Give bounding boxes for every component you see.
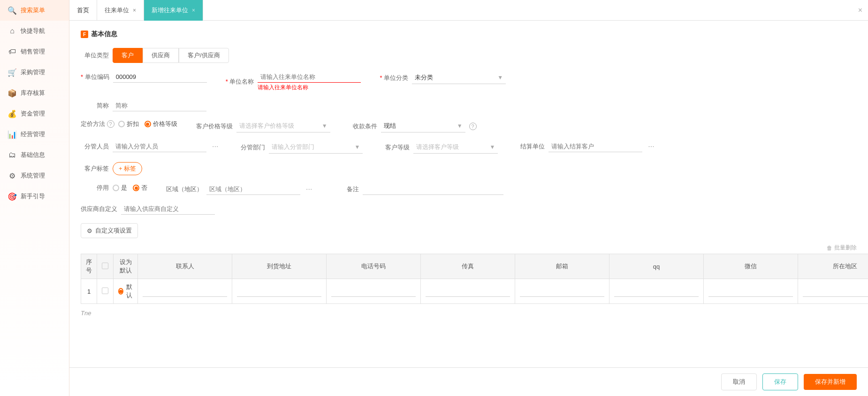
row-default: 默认 xyxy=(114,279,138,304)
short-name-row: 简称 xyxy=(81,100,857,111)
unit-category-select[interactable]: 未分类 ▼ xyxy=(412,71,506,84)
sidebar-item-basic-info[interactable]: 🗂 基础信息 xyxy=(0,145,69,165)
settle-unit-group: 结算单位 ··· xyxy=(517,141,654,152)
payment-terms-group: 收款条件 现结 ▼ ? xyxy=(349,120,477,132)
pricing-help-icon[interactable]: ? xyxy=(107,120,114,128)
row-1-area-input[interactable] xyxy=(803,286,868,297)
unit-type-supplier[interactable]: 供应商 xyxy=(143,48,179,63)
sidebar-item-sales[interactable]: 🏷 销售管理 xyxy=(0,41,69,62)
unit-name-input[interactable] xyxy=(258,71,361,83)
disabled-yes-radio[interactable]: 是 xyxy=(113,184,127,192)
dept-dropdown-arrow: ▼ xyxy=(354,144,360,150)
tab-partners-close[interactable]: × xyxy=(133,7,136,14)
unit-type-buttons: 客户 供应商 客户/供应商 xyxy=(113,48,229,63)
sidebar-item-finance[interactable]: 💰 资金管理 xyxy=(0,103,69,124)
th-contact: 联系人 xyxy=(138,254,232,279)
row-1-fax-input[interactable] xyxy=(426,286,510,297)
tab-new-partner[interactable]: 新增往来单位 × xyxy=(144,0,203,21)
dept-label: 分管部门 xyxy=(237,143,265,152)
unit-code-input[interactable] xyxy=(113,71,207,83)
settle-unit-label: 结算单位 xyxy=(517,142,545,151)
unit-type-row: 单位类型 客户 供应商 客户/供应商 xyxy=(81,48,857,63)
row-1-email-input[interactable] xyxy=(520,286,604,297)
sidebar-item-system[interactable]: ⚙ 系统管理 xyxy=(0,165,69,186)
finance-icon: 💰 xyxy=(8,109,17,118)
th-email: 邮箱 xyxy=(515,254,609,279)
row-1-wechat-input[interactable] xyxy=(708,286,793,297)
sidebar-item-ops[interactable]: 📊 经营管理 xyxy=(0,124,69,145)
header-checkbox[interactable] xyxy=(102,263,108,269)
remark-input[interactable] xyxy=(363,184,503,195)
contact-table: 序号 设为默认 联系人 到货地址 电话号码 传真 邮箱 qq 微信 所在地区 xyxy=(81,254,868,304)
manager-group: 分管人员 ··· xyxy=(81,141,218,152)
customer-grade-label: 客户等级 xyxy=(381,143,410,152)
sidebar-item-search[interactable]: 🔍 搜索菜单 xyxy=(0,0,69,21)
payment-help-icon[interactable]: ? xyxy=(469,123,477,130)
row-1-checkbox[interactable] xyxy=(102,287,108,294)
customer-tag-group: 客户标签 + 标签 xyxy=(81,162,142,175)
save-new-button[interactable]: 保存并新增 xyxy=(804,374,857,390)
manager-input[interactable] xyxy=(113,141,206,152)
tne-label: Tne xyxy=(81,310,91,317)
unit-type-group: 单位类型 客户 供应商 客户/供应商 xyxy=(81,48,229,63)
supplier-custom-label: 供应商自定义 xyxy=(81,205,117,213)
section-title: F 基本信息 xyxy=(81,30,857,39)
tab-partners[interactable]: 往来单位 × xyxy=(97,0,144,21)
row-1-qq-input[interactable] xyxy=(614,286,699,297)
customer-tag-row: 客户标签 + 标签 xyxy=(81,162,857,175)
settle-unit-more-btn[interactable]: ··· xyxy=(648,142,654,151)
settle-unit-input[interactable] xyxy=(548,141,642,152)
unit-type-both[interactable]: 客户/供应商 xyxy=(179,48,229,63)
manager-label: 分管人员 xyxy=(81,142,109,151)
custom-settings-button[interactable]: ⚙ 自定义项设置 xyxy=(81,223,138,238)
payment-terms-select[interactable]: 现结 ▼ xyxy=(381,120,465,132)
form-content: F 基本信息 单位类型 客户 供应商 客户/供应商 * 单位 xyxy=(69,21,868,367)
th-fax: 传真 xyxy=(421,254,515,279)
gear-icon: ⚙ xyxy=(87,227,92,234)
pricing-discount-radio[interactable]: 折扣 xyxy=(118,120,139,128)
customer-grade-group: 客户等级 请选择客户等级 ▼ xyxy=(381,141,498,154)
supplier-custom-input[interactable] xyxy=(121,203,215,215)
manager-more-btn[interactable]: ··· xyxy=(212,142,218,151)
remark-label: 备注 xyxy=(331,185,359,194)
payment-terms-label: 收款条件 xyxy=(349,122,377,131)
row-qq xyxy=(609,279,704,304)
pricing-grade-radio[interactable]: 价格等级 xyxy=(145,120,177,128)
tab-home[interactable]: 首页 xyxy=(69,0,97,21)
row-wechat xyxy=(704,279,798,304)
tab-new-partner-close[interactable]: × xyxy=(192,7,195,14)
cancel-button[interactable]: 取消 xyxy=(721,373,757,390)
unit-name-group: * 单位名称 请输入往来单位名称 xyxy=(226,71,361,92)
region-input[interactable] xyxy=(206,184,300,195)
row-1-contact-input[interactable] xyxy=(143,286,227,297)
sidebar-item-guide[interactable]: 🎯 新手引导 xyxy=(0,186,69,207)
sidebar: 🔍 搜索菜单 ⌂ 快捷导航 🏷 销售管理 🛒 采购管理 📦 库存核算 💰 资金管… xyxy=(0,0,69,396)
disabled-no-radio[interactable]: 否 xyxy=(133,184,147,192)
region-more-btn[interactable]: ··· xyxy=(306,185,312,194)
save-button[interactable]: 保存 xyxy=(762,373,798,390)
row-1-phone-input[interactable] xyxy=(331,286,416,297)
customer-price-dropdown-arrow: ▼ xyxy=(322,123,327,129)
customer-grade-select[interactable]: 请选择客户等级 ▼ xyxy=(413,141,498,154)
pricing-method-group: 定价方法 ? 折扣 价格等级 xyxy=(81,120,177,128)
add-tag-button[interactable]: + 标签 xyxy=(113,162,142,175)
home-icon: ⌂ xyxy=(8,26,17,36)
purchase-icon: 🛒 xyxy=(8,68,17,77)
bulk-delete-icon: 🗑 xyxy=(827,245,832,251)
sidebar-item-inventory[interactable]: 📦 库存核算 xyxy=(0,83,69,103)
system-icon: ⚙ xyxy=(8,171,17,180)
unit-name-input-group: 请输入往来单位名称 xyxy=(258,71,361,92)
disabled-group: 停用 是 否 xyxy=(81,184,147,192)
unit-type-customer[interactable]: 客户 xyxy=(113,48,143,63)
sidebar-item-purchase[interactable]: 🛒 采购管理 xyxy=(0,62,69,83)
close-all-tabs[interactable]: × xyxy=(858,6,862,15)
row-1-address-input[interactable] xyxy=(237,286,321,297)
short-name-input[interactable] xyxy=(113,100,206,111)
dept-select[interactable]: 请输入分管部门 ▼ xyxy=(269,141,363,154)
sidebar-item-quick-nav[interactable]: ⌂ 快捷导航 xyxy=(0,21,69,41)
customer-grade-dropdown-arrow: ▼ xyxy=(489,144,495,150)
ops-icon: 📊 xyxy=(8,130,17,139)
unit-info-row: * 单位编码 * 单位名称 请输入往来单位名称 * 单位分类 xyxy=(81,71,857,92)
customer-price-select[interactable]: 请选择客户价格等级 ▼ xyxy=(236,120,330,132)
bulk-delete-button[interactable]: 🗑 批量删除 xyxy=(827,244,857,252)
